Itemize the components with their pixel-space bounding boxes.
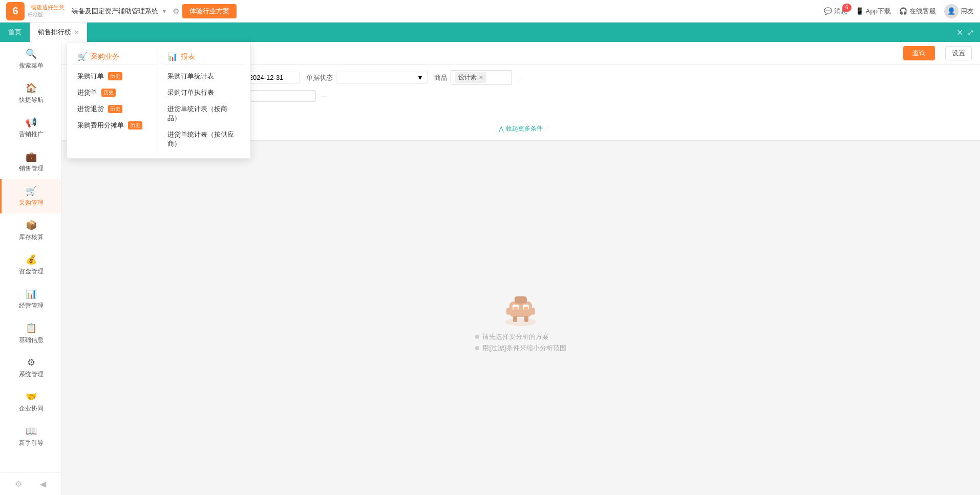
sys-info: 装备及固定资产辅助管理系统 ▼ ⚙ 体验行业方案 <box>72 4 820 18</box>
sidebar-bottom: ⚙ ◀ <box>0 472 61 495</box>
report-col-icon: 📊 <box>167 52 178 61</box>
sidebar-item-enterprise[interactable]: 🤝 企业协同 <box>0 385 61 419</box>
logo-icon: 6 <box>6 2 25 20</box>
inventory-icon: 📦 <box>26 220 37 231</box>
tab-home[interactable]: 首页 <box>0 23 30 42</box>
dropdown-stock-return[interactable]: 进货退货 历史 <box>73 101 155 117</box>
phone-icon: 📱 <box>856 7 864 15</box>
filter-status: 单据状态 ▼ <box>306 72 428 83</box>
tab-sales-rank[interactable]: 销售排行榜 ✕ <box>30 23 87 42</box>
dot2 <box>475 346 479 350</box>
hist-badge-3: 历史 <box>108 105 122 113</box>
industry-btn[interactable]: 体验行业方案 <box>182 4 237 18</box>
app-download-btn[interactable]: 📱 App下载 <box>856 7 891 16</box>
report-col: 📊 报表 采购订单统计表 采购订单执行表 进货单统计表（按商品） 进货单统计表（… <box>163 49 245 152</box>
filter-product: 商品 设计素 ✕ ··· <box>434 70 523 85</box>
sidebar-label-guide: 新手引导 <box>19 439 44 447</box>
col-divider <box>159 49 159 152</box>
purchase-col-header: 🛒 采购业务 <box>73 49 155 65</box>
dropdown-order-exec[interactable]: 采购订单执行表 <box>163 84 245 101</box>
tab-sales-rank-label: 销售排行榜 <box>38 28 71 37</box>
product-control[interactable]: 设计素 ✕ <box>451 70 512 85</box>
purchase-expense-label: 采购费用分摊单 <box>77 121 124 130</box>
tab-close-icon[interactable]: ✕ <box>74 29 79 36</box>
sidebar-label-operations: 经营管理 <box>19 302 44 310</box>
purchase-col-title: 采购业务 <box>91 52 119 61</box>
sidebar-item-funds[interactable]: 💰 资金管理 <box>0 248 61 282</box>
guide-icon: 📖 <box>26 425 37 437</box>
query-btn[interactable]: 查询 <box>903 46 935 60</box>
status-label: 单据状态 <box>306 73 333 82</box>
date-end-input[interactable] <box>249 74 295 81</box>
sidebar-item-guide[interactable]: 📖 新手引导 <box>0 419 61 454</box>
operations-icon: 📊 <box>26 288 37 299</box>
sidebar-item-operations[interactable]: 📊 经营管理 <box>0 282 61 316</box>
online-service-btn[interactable]: 🎧 在线客服 <box>899 7 936 16</box>
user-btn[interactable]: 👤 用友 <box>944 4 974 18</box>
sidebar-item-marketing[interactable]: 📢 营销推广 <box>0 111 61 145</box>
svg-rect-1 <box>509 302 532 317</box>
tab-maximize-icon[interactable]: ⤢ <box>967 28 974 37</box>
sidebar-item-basic-info[interactable]: 📋 基础信息 <box>0 316 61 351</box>
sidebar-item-sales[interactable]: 💼 销售管理 <box>0 145 61 179</box>
status-select[interactable]: ▼ <box>336 72 428 83</box>
collapse-sidebar-icon[interactable]: ◀ <box>40 479 46 489</box>
sales-icon: 💼 <box>26 151 37 162</box>
settings-bottom-icon[interactable]: ⚙ <box>15 479 22 489</box>
dropdown-purchase-expense[interactable]: 采购费用分摊单 历史 <box>73 117 155 134</box>
hist-badge-4: 历史 <box>128 121 142 130</box>
collapse-icon: ⋀ <box>499 125 504 133</box>
sidebar-item-inventory[interactable]: 📦 库存核算 <box>0 213 61 248</box>
dropdown-stockin-by-product[interactable]: 进货单统计表（按商品） <box>163 101 245 126</box>
logo-text: 畅捷通好生意 <box>31 4 65 11</box>
sys-gear-icon[interactable]: ⚙ <box>173 7 179 16</box>
marketing-icon: 📢 <box>26 117 37 128</box>
topbar-right: 💬 消息 6 📱 App下载 🎧 在线客服 👤 用友 <box>824 4 974 18</box>
dropdown-stockin-by-supplier[interactable]: 进货单统计表（按供应商） <box>163 126 245 152</box>
message-icon: 💬 <box>824 7 832 15</box>
sidebar-label-enterprise: 企业协同 <box>19 404 44 413</box>
sidebar-label-quick-nav: 快捷导航 <box>19 96 44 104</box>
app-download-label: App下载 <box>866 7 891 16</box>
user-label: 用友 <box>961 7 974 16</box>
basic-info-icon: 📋 <box>26 322 37 334</box>
sys-dropdown-arrow[interactable]: ▼ <box>161 8 167 15</box>
topbar: 6 畅捷通好生意 标准版 装备及固定资产辅助管理系统 ▼ ⚙ 体验行业方案 💬 … <box>0 0 980 23</box>
collapse-btn[interactable]: ⋀ 收起更多条件 <box>499 124 543 133</box>
enterprise-icon: 🤝 <box>26 391 37 402</box>
messages-btn[interactable]: 💬 消息 6 <box>824 7 847 16</box>
product-tag-close[interactable]: ✕ <box>479 74 483 81</box>
stock-in-label: 进货单 <box>77 88 97 97</box>
content-area: 请先选择要分析的方案 用[过滤]条件来缩小分析范围 <box>61 141 980 495</box>
svg-rect-10 <box>524 316 528 322</box>
sidebar-item-quick-nav[interactable]: 🏠 快捷导航 <box>0 76 61 111</box>
sidebar-item-search[interactable]: 🔍 搜索菜单 <box>0 42 61 76</box>
funds-icon: 💰 <box>26 254 37 265</box>
status-arrow: ▼ <box>417 74 423 81</box>
system-icon: ⚙ <box>27 357 35 368</box>
product-dots[interactable]: ··· <box>517 74 523 81</box>
tab-close-all-icon[interactable]: ✕ <box>956 28 963 37</box>
hist-badge-1: 历史 <box>108 72 122 80</box>
purchase-col-icon: 🛒 <box>77 52 88 61</box>
svg-rect-9 <box>513 316 517 322</box>
dot1 <box>475 335 479 339</box>
online-service-label: 在线客服 <box>909 7 936 16</box>
salesperson-dots[interactable]: ··· <box>321 92 327 100</box>
logo-area: 6 畅捷通好生意 标准版 <box>6 2 68 20</box>
purchase-col: 🛒 采购业务 采购订单 历史 进货单 历史 进货退货 历史 采购费用分摊单 历史 <box>73 49 155 152</box>
product-label: 商品 <box>434 73 448 82</box>
headset-icon: 🎧 <box>899 7 907 15</box>
dropdown-purchase-order[interactable]: 采购订单 历史 <box>73 68 155 84</box>
sidebar-item-system[interactable]: ⚙ 系统管理 <box>0 351 61 385</box>
sidebar-label-inventory: 库存核算 <box>19 233 44 242</box>
sidebar-item-purchase[interactable]: 🛒 采购管理 <box>0 179 61 213</box>
empty-hints: 请先选择要分析的方案 用[过滤]条件来缩小分析范围 <box>475 332 566 355</box>
dropdown-stock-in[interactable]: 进货单 历史 <box>73 84 155 101</box>
sidebar: 🔍 搜索菜单 🏠 快捷导航 📢 营销推广 💼 销售管理 🛒 采购管理 📦 库存核… <box>0 42 61 495</box>
settings-btn[interactable]: 设置 <box>945 46 972 60</box>
dropdown-order-stat[interactable]: 采购订单统计表 <box>163 68 245 84</box>
svg-point-0 <box>505 318 536 326</box>
sidebar-label-sales: 销售管理 <box>19 164 44 173</box>
svg-rect-4 <box>514 307 518 310</box>
